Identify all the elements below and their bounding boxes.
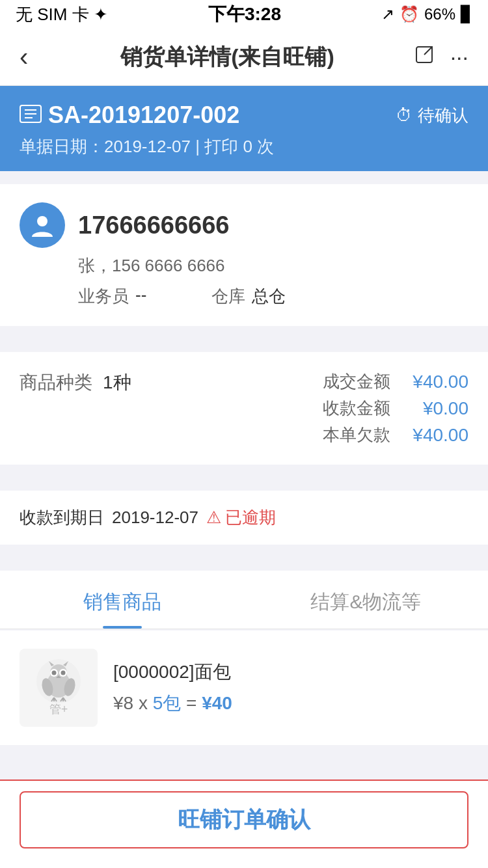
nav-bar: ‹ 销货单详情(来自旺铺) ···	[0, 29, 488, 86]
type-label: 商品种类	[20, 370, 92, 395]
type-value: 1种	[103, 370, 131, 395]
tab-sales-products[interactable]: 销售商品	[0, 571, 244, 629]
customer-phone: 17666666666	[78, 211, 229, 239]
product-detail: [0000002]面包 ¥8 x 5包 = ¥40	[113, 660, 468, 716]
price-qty: 5包	[153, 693, 182, 713]
order-date: 单据日期：2019-12-07 | 打印 0 次	[20, 135, 468, 158]
price-equals: =	[181, 693, 202, 713]
customer-card: 17666666666 张，156 6666 6666 业务员 -- 仓库 总仓	[0, 184, 488, 326]
location-icon: ↗	[381, 5, 394, 23]
sales-value: --	[135, 285, 146, 308]
bottom-bar: 旺铺订单确认	[0, 780, 488, 868]
warehouse-value: 总仓	[252, 285, 286, 308]
overdue-badge: ⚠ 已逾期	[206, 506, 276, 529]
divider-2	[0, 465, 488, 478]
product-item: 管+ [0000002]面包 ¥8 x 5包 = ¥40	[0, 631, 488, 745]
status-bar: 无 SIM 卡 ✦ 下午3:28 ↗ ⏰ 66% ▊	[0, 0, 488, 29]
page-title: 销货单详情(来自旺铺)	[41, 42, 413, 72]
share-button[interactable]	[414, 44, 435, 70]
back-button[interactable]: ‹	[20, 42, 41, 72]
more-button[interactable]: ···	[450, 44, 468, 70]
product-thumbnail: 管+	[20, 649, 98, 727]
tabs: 销售商品 结算&物流等	[0, 571, 488, 629]
order-status: ⏱ 待确认	[396, 104, 468, 127]
nav-actions: ···	[414, 44, 468, 70]
sim-status: 无 SIM 卡 ✦	[16, 3, 108, 26]
svg-point-14	[61, 671, 66, 675]
battery-icon: ▊	[461, 5, 472, 23]
price-total: ¥40	[202, 693, 232, 713]
due-date-card: 收款到期日 2019-12-07 ⚠ 已逾期	[0, 491, 488, 545]
summary-card: 商品种类 1种 成交金额 ¥40.00 收款金额 ¥0.00 本单欠款 ¥40.…	[0, 352, 488, 465]
svg-point-13	[52, 671, 57, 675]
overdue-icon: ⚠	[206, 508, 221, 528]
amount-row-0: 成交金额 ¥40.00	[323, 370, 468, 393]
divider-1	[0, 326, 488, 339]
customer-meta: 业务员 -- 仓库 总仓	[78, 285, 468, 308]
summary-amounts: 成交金额 ¥40.00 收款金额 ¥0.00 本单欠款 ¥40.00	[323, 370, 468, 446]
battery-level: 66%	[424, 5, 455, 23]
alarm-icon: ⏰	[400, 5, 419, 23]
status-text: 待确认	[418, 104, 468, 127]
due-date-label: 收款到期日	[20, 506, 104, 529]
sales-label: 业务员	[78, 285, 129, 308]
order-header: SA-20191207-002 ⏱ 待确认 单据日期：2019-12-07 | …	[0, 86, 488, 171]
avatar	[20, 202, 65, 248]
overdue-text: 已逾期	[225, 506, 276, 529]
divider-3	[0, 545, 488, 558]
tab-settlement[interactable]: 结算&物流等	[244, 571, 488, 629]
product-price: ¥8 x 5包 = ¥40	[113, 691, 468, 716]
warehouse-label: 仓库	[211, 285, 245, 308]
due-date-value: 2019-12-07	[112, 508, 198, 528]
product-list: 管+ [0000002]面包 ¥8 x 5包 = ¥40	[0, 631, 488, 745]
order-id-text: SA-20191207-002	[48, 102, 239, 129]
price-base: ¥8 x	[113, 693, 153, 713]
status-clock-icon: ⏱	[396, 105, 413, 126]
customer-sub-info: 张，156 6666 6666	[78, 254, 468, 277]
order-id-icon	[20, 102, 42, 129]
order-id: SA-20191207-002	[20, 102, 239, 129]
amount-row-2: 本单欠款 ¥40.00	[323, 424, 468, 446]
status-right: ↗ ⏰ 66% ▊	[381, 5, 472, 23]
product-name: [0000002]面包	[113, 660, 468, 685]
confirm-order-button[interactable]: 旺铺订单确认	[20, 791, 468, 848]
amount-row-1: 收款金额 ¥0.00	[323, 397, 468, 420]
status-left: 无 SIM 卡 ✦	[16, 3, 108, 26]
status-time: 下午3:28	[208, 2, 281, 27]
svg-point-5	[37, 216, 47, 226]
